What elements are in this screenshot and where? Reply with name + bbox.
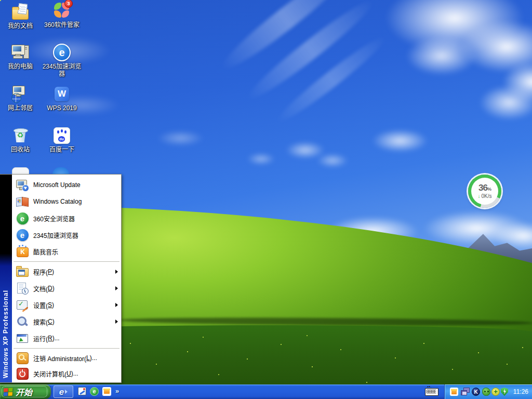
kuwo-music-icon: K bbox=[16, 245, 29, 258]
label-part: 程序( bbox=[33, 268, 48, 276]
360-software-manager-icon: 3 bbox=[53, 2, 71, 20]
clock-icon bbox=[22, 288, 29, 295]
menu-item-label: 搜索(C) bbox=[33, 317, 55, 326]
my-computer-icon bbox=[11, 44, 29, 61]
speed-gauge-widget[interactable]: 36% ↓0K/s bbox=[468, 175, 501, 208]
label-part: ) bbox=[52, 318, 55, 325]
input-method-keyboard-icon[interactable] bbox=[425, 388, 438, 396]
green-e-icon: e bbox=[92, 388, 96, 394]
menu-item-log-off[interactable]: 注销 Administrator(L)... bbox=[12, 350, 121, 366]
cloud bbox=[311, 151, 354, 170]
menu-item-windows-catalog[interactable]: Windows Catalog bbox=[12, 193, 121, 210]
memory-percent: 36% bbox=[478, 183, 491, 192]
cloud bbox=[148, 127, 213, 149]
menu-item-run[interactable]: 运行(R)... bbox=[12, 330, 121, 347]
icon-label: 百度一下 bbox=[49, 146, 74, 153]
label-part: 文档( bbox=[33, 284, 48, 293]
menu-item-label: 文档(D) bbox=[33, 284, 55, 293]
desktop-icon-my-computer[interactable]: 我的电脑 bbox=[0, 44, 41, 70]
globe-icon bbox=[11, 93, 21, 103]
label-part: 注销 Administrator( bbox=[33, 354, 86, 363]
k-app-tray-icon[interactable]: K bbox=[472, 388, 480, 396]
notification-badge: 3 bbox=[64, 0, 73, 8]
blue-e-icon: e bbox=[53, 44, 71, 61]
focus-outline bbox=[2, 386, 47, 397]
program-window bbox=[18, 270, 25, 275]
cloud bbox=[242, 151, 281, 167]
kuwo-music-tray-icon[interactable] bbox=[450, 388, 458, 396]
icon-label: 我的电脑 bbox=[8, 63, 33, 70]
access-key: D bbox=[48, 285, 52, 292]
menu-separator bbox=[14, 348, 119, 349]
menu-item-label: 关闭计算机(U)... bbox=[33, 369, 78, 378]
launch-arrow-icon bbox=[65, 390, 68, 394]
desktop-icon-2345-browser[interactable]: e 2345加速浏览器 bbox=[42, 44, 82, 77]
recycle-bin-icon: ♻ bbox=[11, 127, 29, 144]
menu-item-programs[interactable]: 程序(P) bbox=[12, 263, 121, 280]
label-part: ) bbox=[52, 285, 55, 292]
menu-item-shut-down[interactable]: 关闭计算机(U)... bbox=[12, 366, 121, 381]
icon-label: 网上邻居 bbox=[8, 104, 33, 112]
network-tray-icon[interactable] bbox=[461, 388, 470, 396]
microsoft-update-icon bbox=[16, 178, 29, 192]
menu-item-search[interactable]: 搜索(C) bbox=[12, 313, 121, 330]
desktop-icon-recycle-bin[interactable]: ♻ 回收站 bbox=[0, 127, 41, 153]
access-key: L bbox=[86, 354, 90, 362]
menu-item-label: Microsoft Update bbox=[33, 181, 81, 189]
network-places-icon bbox=[11, 85, 29, 103]
label-part: )... bbox=[90, 354, 97, 362]
security-shield-tray-icon[interactable] bbox=[501, 388, 508, 396]
quick-launch-ie[interactable]: e bbox=[54, 385, 73, 398]
icon-label: WPS 2019 bbox=[47, 104, 76, 112]
petal bbox=[62, 10, 69, 18]
desktop-icon-baidu[interactable]: du 百度一下 bbox=[42, 127, 82, 153]
quick-launch-360-browser[interactable]: e bbox=[90, 387, 99, 396]
my-documents-icon bbox=[11, 3, 29, 21]
menu-item-2345-browser[interactable]: e 2345加速浏览器 bbox=[12, 227, 121, 243]
desktop-icon-wps-2019[interactable]: W WPS 2019 bbox=[42, 85, 82, 112]
quick-launch-kuwo-music[interactable] bbox=[102, 387, 111, 396]
wps-icon: W bbox=[53, 85, 71, 103]
label-part: 设置( bbox=[33, 301, 48, 310]
paw-toes bbox=[57, 130, 59, 134]
taskbar-clock[interactable]: 11:26 bbox=[513, 388, 528, 395]
menu-item-360-browser[interactable]: e 360安全浏览器 bbox=[12, 210, 121, 227]
access-key: S bbox=[48, 301, 52, 309]
wps-w-glyph: W bbox=[55, 87, 69, 101]
submenu-arrow-icon bbox=[115, 320, 118, 324]
menu-item-microsoft-update[interactable]: Microsoft Update bbox=[12, 177, 121, 193]
petal bbox=[54, 10, 61, 18]
monitor-base bbox=[13, 56, 23, 59]
menu-item-kuwo-music[interactable]: K 酷我音乐 bbox=[12, 243, 121, 260]
2345-browser-icon: e bbox=[16, 228, 29, 242]
menu-item-label: 程序(P) bbox=[33, 268, 54, 276]
label-part: )... bbox=[52, 335, 60, 342]
desktop-icon-360-software-manager[interactable]: 3 360软件管家 bbox=[42, 2, 82, 29]
quick-launch-overflow-chevron[interactable]: » bbox=[115, 387, 119, 395]
quick-launch-show-desktop[interactable] bbox=[78, 387, 86, 395]
start-menu-items: Microsoft Update Windows Catalog e 360安全… bbox=[12, 175, 121, 382]
antivirus-plus-tray-icon[interactable]: + bbox=[491, 388, 500, 396]
menu-item-settings[interactable]: ✓ 设置(S) bbox=[12, 297, 121, 313]
label-part: 运行( bbox=[33, 334, 48, 343]
menu-item-documents[interactable]: 文档(D) bbox=[12, 280, 121, 297]
desktop-icon-network-places[interactable]: 网上邻居 bbox=[0, 85, 41, 112]
windows-flag-icon bbox=[18, 200, 21, 203]
label-part: 搜索( bbox=[33, 317, 48, 326]
download-arrow-icon: ↓ bbox=[477, 194, 480, 199]
menu-item-label: 注销 Administrator(L)... bbox=[33, 354, 97, 363]
access-key: C bbox=[48, 318, 52, 325]
magnifier-handle bbox=[24, 322, 28, 326]
paw-palm: du bbox=[58, 136, 65, 142]
power-bar bbox=[22, 369, 23, 373]
menu-item-label: 酷我音乐 bbox=[33, 247, 58, 256]
start-button[interactable]: 开始 bbox=[0, 384, 51, 399]
wildflowers bbox=[0, 0, 1, 1]
gauge-core: 36% ↓0K/s bbox=[471, 178, 498, 205]
menu-item-label: 运行(R)... bbox=[33, 334, 60, 343]
icon-label: 回收站 bbox=[11, 146, 30, 153]
check-icon: ✓ bbox=[18, 300, 24, 308]
green-mascot-tray-icon[interactable] bbox=[482, 388, 490, 396]
percent-sign: % bbox=[487, 187, 491, 192]
desktop-icon-my-documents[interactable]: 我的文档 bbox=[0, 3, 41, 30]
